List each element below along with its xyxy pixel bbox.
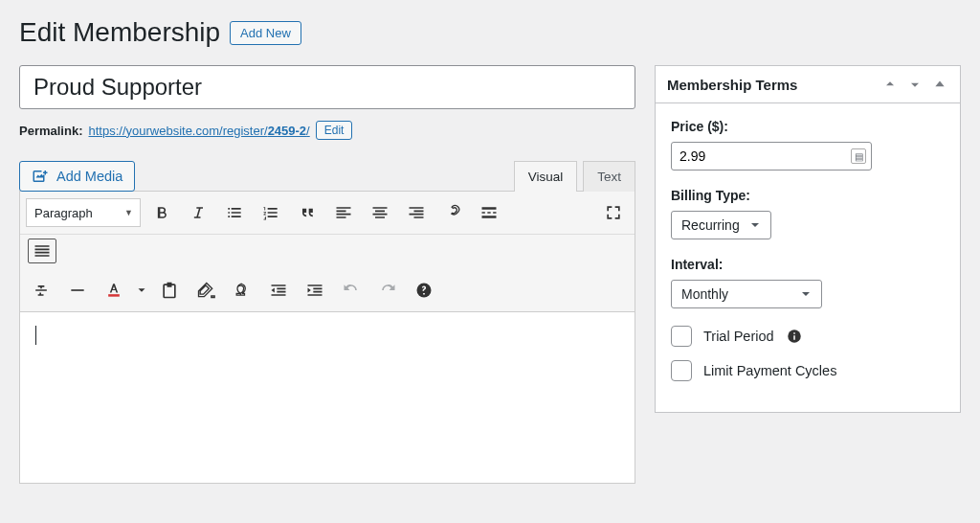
indent-button[interactable] bbox=[300, 275, 330, 306]
limit-row: Limit Payment Cycles bbox=[671, 360, 945, 381]
permalink-label: Permalink: bbox=[19, 124, 82, 138]
autofill-icon: ▤ bbox=[851, 148, 866, 164]
quote-button[interactable] bbox=[292, 197, 323, 228]
add-new-button[interactable]: Add New bbox=[230, 21, 301, 45]
price-label: Price ($): bbox=[671, 119, 945, 134]
chevron-down-icon bbox=[747, 217, 763, 233]
editor-tabs: Visual Text bbox=[514, 161, 635, 192]
format-select[interactable]: Paragraph bbox=[26, 198, 141, 227]
align-right-button[interactable] bbox=[401, 197, 432, 228]
price-field: Price ($): ▤ bbox=[671, 119, 945, 171]
price-input[interactable] bbox=[671, 142, 872, 171]
interval-label: Interval: bbox=[671, 257, 945, 272]
textcolor-chevron-icon[interactable] bbox=[135, 275, 148, 306]
interval-select[interactable]: Monthly bbox=[671, 280, 822, 308]
chevron-down-icon bbox=[798, 286, 813, 302]
bold-button[interactable] bbox=[146, 197, 177, 228]
editor-toolbar: Paragraph bbox=[19, 191, 635, 311]
fullscreen-button[interactable] bbox=[598, 197, 629, 228]
page-title: Edit Membership bbox=[19, 17, 220, 48]
align-center-button[interactable] bbox=[365, 197, 395, 228]
metabox-title: Membership Terms bbox=[667, 77, 797, 93]
hr-button[interactable] bbox=[62, 275, 93, 306]
permalink-link[interactable]: https://yourwebsite.com/register/2459-2/ bbox=[88, 124, 309, 138]
media-icon bbox=[32, 168, 49, 185]
permalink-edit-button[interactable]: Edit bbox=[316, 121, 353, 140]
textcolor-button[interactable] bbox=[99, 275, 129, 306]
main-column: Permalink: https://yourwebsite.com/regis… bbox=[19, 65, 635, 484]
specialchar-button[interactable] bbox=[227, 275, 257, 306]
undo-button[interactable] bbox=[336, 275, 367, 306]
ul-button[interactable] bbox=[219, 197, 250, 228]
billing-select[interactable]: Recurring bbox=[671, 211, 771, 239]
link-button[interactable] bbox=[437, 197, 468, 228]
italic-button[interactable] bbox=[183, 197, 213, 228]
add-media-label: Add Media bbox=[56, 169, 122, 184]
trial-row: Trial Period bbox=[671, 326, 945, 347]
paste-button[interactable] bbox=[154, 275, 185, 306]
move-up-icon[interactable] bbox=[881, 76, 899, 93]
help-button[interactable] bbox=[409, 275, 439, 306]
ol-button[interactable] bbox=[256, 197, 286, 228]
move-down-icon[interactable] bbox=[906, 76, 924, 93]
info-icon bbox=[786, 328, 803, 345]
readmore-button[interactable] bbox=[474, 197, 504, 228]
tab-visual[interactable]: Visual bbox=[514, 161, 578, 192]
sidebar-column: Membership Terms Price ($): ▤ Billing Ty… bbox=[655, 65, 961, 413]
permalink-row: Permalink: https://yourwebsite.com/regis… bbox=[19, 121, 635, 140]
tab-text[interactable]: Text bbox=[583, 161, 635, 192]
toggle-icon[interactable] bbox=[931, 76, 948, 93]
clearformat-button[interactable] bbox=[190, 275, 221, 306]
post-title-input[interactable] bbox=[19, 65, 635, 109]
svg-rect-0 bbox=[108, 294, 120, 297]
kitchensink-button[interactable] bbox=[28, 239, 56, 263]
limit-label: Limit Payment Cycles bbox=[703, 363, 836, 378]
outdent-button[interactable] bbox=[263, 275, 294, 306]
limit-checkbox[interactable] bbox=[671, 360, 692, 381]
strike-button[interactable] bbox=[26, 275, 56, 306]
redo-button[interactable] bbox=[372, 275, 403, 306]
text-cursor-icon bbox=[35, 326, 36, 342]
page-header: Edit Membership Add New bbox=[19, 17, 961, 48]
interval-field: Interval: Monthly bbox=[671, 257, 945, 308]
membership-terms-box: Membership Terms Price ($): ▤ Billing Ty… bbox=[655, 65, 961, 413]
billing-field: Billing Type: Recurring bbox=[671, 188, 945, 239]
editor-body[interactable] bbox=[19, 311, 635, 484]
align-left-button[interactable] bbox=[328, 197, 359, 228]
trial-label: Trial Period bbox=[703, 329, 774, 344]
billing-label: Billing Type: bbox=[671, 188, 945, 203]
add-media-button[interactable]: Add Media bbox=[19, 161, 135, 192]
trial-checkbox[interactable] bbox=[671, 326, 692, 347]
